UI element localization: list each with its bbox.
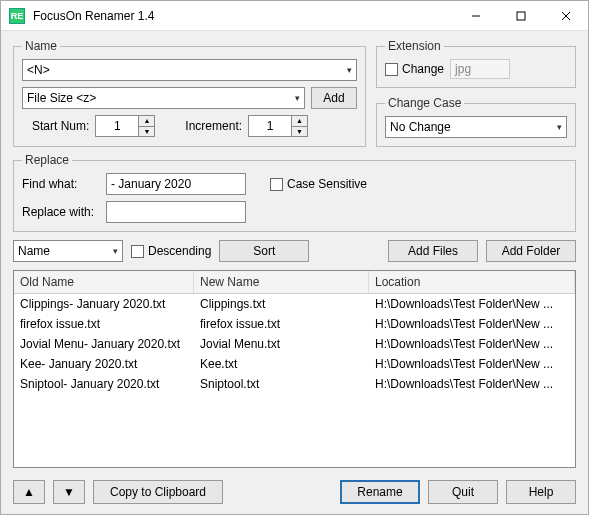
cell-old: Kee- January 2020.txt <box>14 355 194 373</box>
insert-token-value: File Size <z> <box>27 91 96 105</box>
changecase-group: Change Case No Change ▾ <box>376 96 576 147</box>
window-title: FocusOn Renamer 1.4 <box>33 9 453 23</box>
checkbox-icon <box>131 245 144 258</box>
quit-button[interactable]: Quit <box>428 480 498 504</box>
cell-old: firefox issue.txt <box>14 315 194 333</box>
addfiles-button[interactable]: Add Files <box>388 240 478 262</box>
content-area: Name <N> ▾ File Size <z> ▾ Add Start Num… <box>1 31 588 514</box>
help-button[interactable]: Help <box>506 480 576 504</box>
cell-old: Clippings- January 2020.txt <box>14 295 194 313</box>
sortby-value: Name <box>18 244 50 258</box>
chevron-down-icon: ▾ <box>347 65 352 75</box>
findwhat-input[interactable] <box>106 173 246 195</box>
close-button[interactable] <box>543 1 588 30</box>
table-row[interactable]: Kee- January 2020.txtKee.txtH:\Downloads… <box>14 354 575 374</box>
startnum-input[interactable] <box>95 115 139 137</box>
checkbox-icon <box>385 63 398 76</box>
list-body: Clippings- January 2020.txtClippings.txt… <box>14 294 575 467</box>
change-extension-checkbox[interactable]: Change <box>385 62 444 76</box>
cell-loc: H:\Downloads\Test Folder\New ... <box>369 315 575 333</box>
col-location[interactable]: Location <box>369 271 575 293</box>
moveup-button[interactable]: ▲ <box>13 480 45 504</box>
sortby-combo[interactable]: Name ▾ <box>13 240 123 262</box>
chevron-down-icon: ▾ <box>295 93 300 103</box>
replace-group: Replace Find what: Case Sensitive Replac… <box>13 153 576 232</box>
descending-label: Descending <box>148 244 211 258</box>
cell-new: Jovial Menu.txt <box>194 335 369 353</box>
maximize-button[interactable] <box>498 1 543 30</box>
app-window: RE FocusOn Renamer 1.4 Name <N> ▾ File S… <box>0 0 589 515</box>
table-row[interactable]: Clippings- January 2020.txtClippings.txt… <box>14 294 575 314</box>
casesensitive-checkbox[interactable]: Case Sensitive <box>270 177 367 191</box>
increment-spinner[interactable]: ▲▼ <box>248 115 308 137</box>
findwhat-label: Find what: <box>22 177 100 191</box>
spin-up-icon[interactable]: ▲ <box>292 115 308 126</box>
changecase-combo[interactable]: No Change ▾ <box>385 116 567 138</box>
col-newname[interactable]: New Name <box>194 271 369 293</box>
extension-value: jpg <box>450 59 510 79</box>
cell-loc: H:\Downloads\Test Folder\New ... <box>369 335 575 353</box>
casesensitive-label: Case Sensitive <box>287 177 367 191</box>
name-pattern-combo[interactable]: <N> ▾ <box>22 59 357 81</box>
replace-legend: Replace <box>22 153 72 167</box>
svg-rect-1 <box>517 12 525 20</box>
list-header: Old Name New Name Location <box>14 271 575 294</box>
titlebar[interactable]: RE FocusOn Renamer 1.4 <box>1 1 588 31</box>
chevron-down-icon: ▾ <box>113 246 118 256</box>
cell-new: Sniptool.txt <box>194 375 369 393</box>
minimize-button[interactable] <box>453 1 498 30</box>
increment-input[interactable] <box>248 115 292 137</box>
table-row[interactable]: Sniptool- January 2020.txtSniptool.txtH:… <box>14 374 575 394</box>
increment-label: Increment: <box>185 119 242 133</box>
table-row[interactable]: Jovial Menu- January 2020.txtJovial Menu… <box>14 334 575 354</box>
sort-button[interactable]: Sort <box>219 240 309 262</box>
add-token-button[interactable]: Add <box>311 87 357 109</box>
rename-button[interactable]: Rename <box>340 480 420 504</box>
cell-loc: H:\Downloads\Test Folder\New ... <box>369 295 575 313</box>
changecase-legend: Change Case <box>385 96 464 110</box>
name-pattern-value: <N> <box>27 63 50 77</box>
changecase-value: No Change <box>390 120 451 134</box>
startnum-label: Start Num: <box>32 119 89 133</box>
chevron-down-icon: ▾ <box>557 122 562 132</box>
spin-down-icon[interactable]: ▼ <box>292 126 308 138</box>
descending-checkbox[interactable]: Descending <box>131 244 211 258</box>
bottom-toolbar: ▲ ▼ Copy to Clipboard Rename Quit Help <box>13 480 576 504</box>
movedown-button[interactable]: ▼ <box>53 480 85 504</box>
name-legend: Name <box>22 39 60 53</box>
startnum-spinner[interactable]: ▲▼ <box>95 115 155 137</box>
cell-new: firefox issue.txt <box>194 315 369 333</box>
window-controls <box>453 1 588 30</box>
cell-old: Jovial Menu- January 2020.txt <box>14 335 194 353</box>
replacewith-input[interactable] <box>106 201 246 223</box>
col-oldname[interactable]: Old Name <box>14 271 194 293</box>
spin-up-icon[interactable]: ▲ <box>139 115 155 126</box>
cell-new: Kee.txt <box>194 355 369 373</box>
app-icon: RE <box>9 8 25 24</box>
cell-old: Sniptool- January 2020.txt <box>14 375 194 393</box>
insert-token-combo[interactable]: File Size <z> ▾ <box>22 87 305 109</box>
extension-group: Extension Change jpg <box>376 39 576 88</box>
cell-new: Clippings.txt <box>194 295 369 313</box>
cell-loc: H:\Downloads\Test Folder\New ... <box>369 355 575 373</box>
spin-down-icon[interactable]: ▼ <box>139 126 155 138</box>
addfolder-button[interactable]: Add Folder <box>486 240 576 262</box>
change-ext-label: Change <box>402 62 444 76</box>
extension-legend: Extension <box>385 39 444 53</box>
table-row[interactable]: firefox issue.txtfirefox issue.txtH:\Dow… <box>14 314 575 334</box>
sort-toolbar: Name ▾ Descending Sort Add Files Add Fol… <box>13 240 576 262</box>
file-list[interactable]: Old Name New Name Location Clippings- Ja… <box>13 270 576 468</box>
checkbox-icon <box>270 178 283 191</box>
name-group: Name <N> ▾ File Size <z> ▾ Add Start Num… <box>13 39 366 147</box>
cell-loc: H:\Downloads\Test Folder\New ... <box>369 375 575 393</box>
replacewith-label: Replace with: <box>22 205 100 219</box>
copy-clipboard-button[interactable]: Copy to Clipboard <box>93 480 223 504</box>
